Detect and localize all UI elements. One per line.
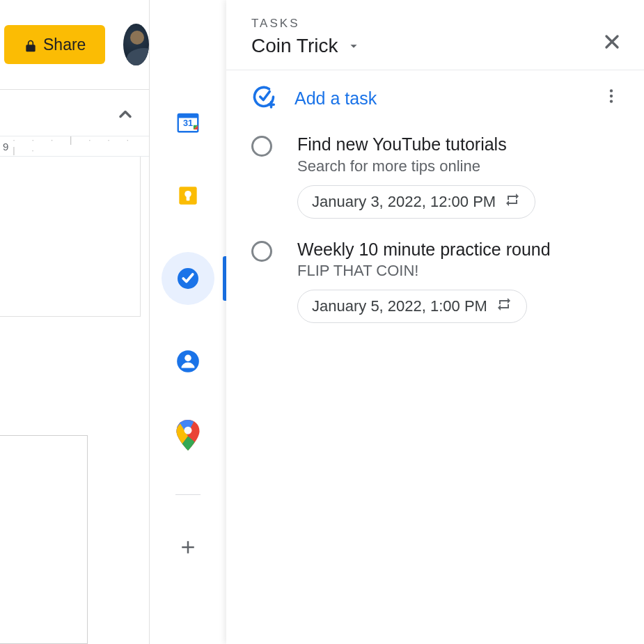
tasks-header: TASKS Coin Trick	[226, 0, 644, 70]
svg-point-11	[610, 95, 613, 97]
task-date: January 5, 2022, 1:00 PM	[312, 297, 487, 315]
svg-rect-5	[187, 196, 190, 201]
add-task-icon	[251, 84, 276, 112]
task-body[interactable]: Find new YouTube tutorials Search for mo…	[297, 133, 535, 219]
tasks-label: TASKS	[251, 17, 623, 31]
document-area: Share 9 · · · | · · · | ·	[0, 0, 150, 644]
top-bar: Share	[0, 0, 149, 89]
avatar[interactable]	[123, 24, 149, 65]
task-title: Find new YouTube tutorials	[297, 133, 535, 156]
repeat-icon	[496, 296, 512, 317]
share-label: Share	[43, 36, 86, 54]
task-description: Search for more tips online	[297, 157, 535, 175]
task-item: Weekly 10 minute practice round FLIP THA…	[226, 231, 644, 336]
keep-icon[interactable]	[171, 178, 205, 213]
task-complete-toggle[interactable]	[251, 241, 272, 262]
task-date: January 3, 2022, 12:00 PM	[312, 193, 496, 211]
more-options-button[interactable]	[602, 87, 620, 108]
ruler: 9 · · · | · · · | ·	[0, 136, 149, 157]
task-body[interactable]: Weekly 10 minute practice round FLIP THA…	[297, 238, 551, 324]
task-item: Find new YouTube tutorials Search for mo…	[226, 126, 644, 231]
close-button[interactable]	[601, 31, 623, 56]
svg-point-9	[184, 427, 192, 434]
task-date-chip[interactable]: January 5, 2022, 1:00 PM	[297, 290, 527, 323]
svg-point-10	[610, 89, 613, 92]
task-list-selector[interactable]: Coin Trick	[251, 35, 623, 57]
svg-point-12	[610, 100, 613, 102]
share-button[interactable]: Share	[4, 25, 105, 64]
svg-rect-1	[178, 114, 198, 118]
task-description: FLIP THAT COIN!	[297, 262, 551, 280]
separator	[175, 494, 201, 495]
tasks-icon[interactable]	[162, 252, 214, 305]
task-title: Weekly 10 minute practice round	[297, 238, 551, 261]
ruler-number: 9	[3, 141, 8, 152]
lock-icon	[24, 38, 36, 51]
collapse-chevron-icon[interactable]	[116, 104, 135, 127]
calendar-icon[interactable]: 31	[171, 104, 205, 139]
maps-icon[interactable]	[171, 418, 205, 453]
divider	[0, 89, 149, 90]
contacts-icon[interactable]	[171, 344, 205, 379]
svg-text:31: 31	[183, 118, 193, 128]
repeat-icon	[504, 191, 521, 212]
tasks-panel: TASKS Coin Trick Add a task Find new You…	[226, 0, 644, 644]
task-complete-toggle[interactable]	[251, 136, 272, 157]
page-preview	[0, 435, 88, 644]
svg-point-8	[184, 355, 191, 362]
task-date-chip[interactable]: January 3, 2022, 12:00 PM	[297, 185, 535, 219]
dropdown-icon	[346, 38, 361, 54]
add-task-row: Add a task	[226, 70, 644, 126]
page-preview-strip	[0, 157, 141, 317]
ruler-ticks: · · · | · · · | ·	[13, 134, 149, 155]
add-task-button[interactable]: Add a task	[294, 88, 377, 109]
add-addon-button[interactable]	[178, 537, 198, 560]
task-list-name: Coin Trick	[251, 35, 338, 57]
side-panel-icons: 31	[150, 0, 226, 644]
